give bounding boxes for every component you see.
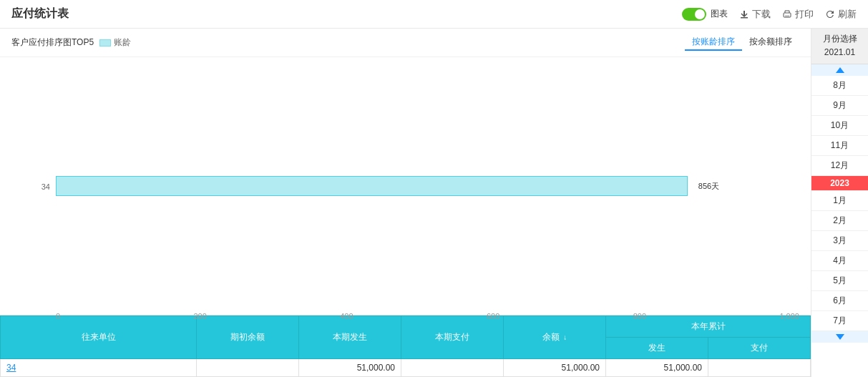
download-icon (739, 9, 749, 19)
print-button[interactable]: 打印 (782, 8, 814, 21)
sidebar-month-4[interactable]: 4月 (811, 251, 868, 271)
chart-legend: 客户应付排序图TOP5 账龄 (11, 36, 131, 49)
sidebar-year-label: 2023 (811, 176, 868, 191)
main-content: 客户应付排序图TOP5 账龄 按账龄排序 按余额排序 34 (0, 29, 868, 377)
header-actions: 图表 下载 打印 刷新 (682, 8, 857, 21)
x-axis-600: 600 (487, 312, 499, 320)
sidebar-month-6[interactable]: 6月 (811, 291, 868, 311)
sidebar-month-9[interactable]: 9月 (811, 96, 868, 116)
x-axis-800: 800 (633, 312, 646, 320)
print-icon (782, 9, 792, 19)
bar-container: 856天 (56, 176, 799, 197)
data-table: 往来单位 期初余额 本期发生 本期支付 余额 ↓ 本年累计 (0, 315, 811, 377)
row-ytd-payment (708, 359, 810, 377)
chevron-down-icon (836, 334, 844, 340)
sidebar-month-2[interactable]: 2月 (811, 211, 868, 231)
chart-toggle[interactable] (682, 8, 706, 21)
sidebar-month-7[interactable]: 7月 (811, 311, 868, 331)
bar-fill: 856天 (56, 176, 688, 196)
download-button[interactable]: 下载 (739, 8, 771, 21)
refresh-icon (825, 9, 835, 19)
x-axis-0: 0 (56, 312, 60, 320)
sidebar-month-8[interactable]: 8月 (811, 76, 868, 96)
legend-color-box (99, 39, 111, 46)
sidebar-year-input[interactable] (817, 45, 862, 59)
row-ytd-occurrence: 51,000.00 (606, 359, 708, 377)
legend-item: 账龄 (99, 36, 131, 49)
refresh-label: 刷新 (838, 8, 857, 21)
bar-end-label: 856天 (698, 181, 719, 192)
download-label: 下载 (752, 8, 771, 21)
sidebar-month-1[interactable]: 1月 (811, 191, 868, 211)
page-wrapper: 应付统计表 图表 下载 打印 (0, 0, 868, 377)
unit-link[interactable]: 34 (6, 363, 16, 373)
bar-label: 34 (29, 182, 50, 191)
sort-by-balance-button[interactable]: 按账龄排序 (685, 34, 742, 51)
bar-chart: 34 856天 (29, 64, 799, 309)
sidebar-nav: 8月 9月 10月 11月 12月 2023 1月 2月 3月 4月 5月 6月… (811, 64, 868, 343)
sidebar-scroll-up-button[interactable] (811, 64, 868, 76)
sidebar-scroll-down-button[interactable] (811, 331, 868, 343)
refresh-button[interactable]: 刷新 (825, 8, 857, 21)
row-balance: 51,000.00 (504, 359, 606, 377)
print-label: 打印 (795, 8, 814, 21)
sidebar-month-5[interactable]: 5月 (811, 271, 868, 291)
chart-top-bar: 客户应付排序图TOP5 账龄 按账龄排序 按余额排序 (0, 29, 811, 57)
table-wrapper: 往来单位 期初余额 本期发生 本期支付 余额 ↓ 本年累计 (0, 315, 811, 377)
sidebar-title: 月份选择 (817, 33, 862, 45)
page-title: 应付统计表 (11, 6, 69, 21)
chart-area: 34 856天 0 200 400 600 800 1,00 (0, 57, 811, 315)
x-axis-400: 400 (340, 312, 353, 320)
x-axis-1000: 1,000 (779, 312, 799, 320)
x-axis-200: 200 (194, 312, 207, 320)
row-current-occurrence: 51,000.00 (299, 359, 401, 377)
sidebar-header: 月份选择 (811, 29, 868, 64)
chart-sort-buttons: 按账龄排序 按余额排序 (685, 34, 799, 51)
chart-section: 客户应付排序图TOP5 账龄 按账龄排序 按余额排序 34 (0, 29, 811, 377)
sidebar-month-11[interactable]: 11月 (811, 136, 868, 156)
col-ytd-payment-header: 支付 (708, 338, 810, 359)
bar-row: 34 856天 (29, 64, 799, 309)
sort-by-amount-button[interactable]: 按余额排序 (742, 34, 799, 51)
sidebar-month-10[interactable]: 10月 (811, 116, 868, 136)
chart-toggle-wrapper[interactable]: 图表 (682, 8, 728, 21)
sidebar-month-12[interactable]: 12月 (811, 156, 868, 176)
svg-rect-1 (785, 15, 789, 17)
col-ytd-occurrence-header: 发生 (606, 338, 708, 359)
chevron-up-icon (836, 67, 844, 73)
sidebar-month-list: 8月 9月 10月 11月 12月 2023 1月 2月 3月 4月 5月 6月… (811, 76, 868, 331)
legend-title: 客户应付排序图TOP5 (11, 36, 94, 49)
chart-toggle-label: 图表 (711, 8, 728, 20)
sidebar-month-3[interactable]: 3月 (811, 231, 868, 251)
row-current-payment (401, 359, 504, 377)
table-section: 往来单位 期初余额 本期发生 本期支付 余额 ↓ 本年累计 (0, 315, 811, 377)
table-row: 34 51,000.00 51,000.00 51,000.00 (1, 359, 811, 377)
x-axis: 0 200 400 600 800 1,000 (29, 309, 799, 323)
row-opening-balance (197, 359, 299, 377)
balance-sort-icon: ↓ (563, 333, 567, 341)
legend-item-label: 账龄 (114, 36, 131, 49)
row-unit: 34 (1, 359, 197, 377)
sidebar: 月份选择 8月 9月 10月 11月 12月 2023 1月 2月 3月 4月 (811, 29, 868, 377)
header: 应付统计表 图表 下载 打印 (0, 0, 868, 29)
